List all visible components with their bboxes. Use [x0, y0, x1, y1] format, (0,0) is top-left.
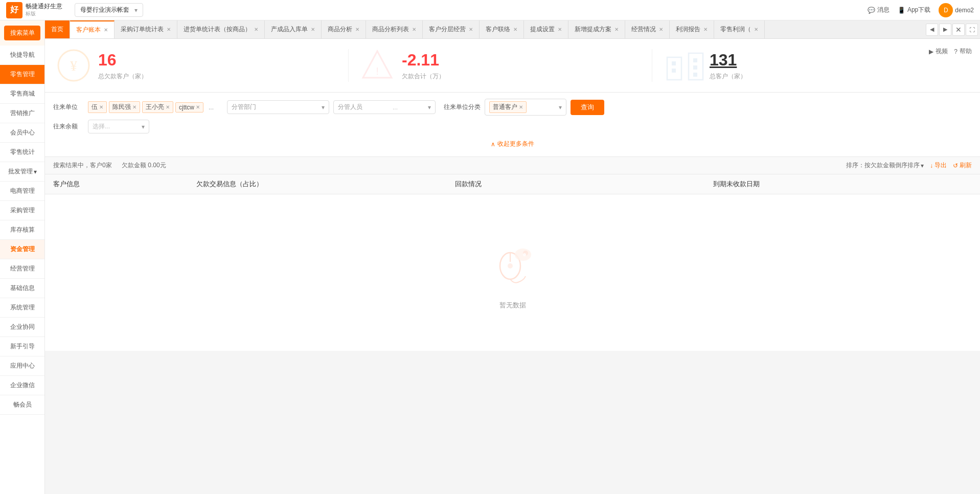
unit-tag-2[interactable]: 陈民强 ✕ — [109, 101, 140, 113]
top-bar-left: 好 畅捷通好生意 标版 母婴行业演示帐套 ▾ — [6, 2, 143, 18]
org-selector[interactable]: 母婴行业演示帐套 ▾ — [75, 3, 143, 17]
tab-close-customers[interactable]: ✕ — [104, 27, 108, 33]
category-select[interactable]: 普通客户 ✕ ▾ — [485, 99, 566, 116]
tab-scroll-left[interactable]: ◀ — [926, 24, 938, 36]
person-dots[interactable]: ... — [393, 104, 398, 111]
tab-close-production[interactable]: ✕ — [311, 27, 315, 32]
stat-help: ▶ 视频 ? 帮助 — [929, 47, 972, 56]
promo-settings-tab-label: 提成设置 — [530, 25, 555, 34]
sidebar-item-retail-stats[interactable]: 零售统计 — [0, 143, 44, 162]
sidebar-item-member[interactable]: 会员中心 — [0, 123, 44, 143]
new-promo-tab-label: 新增提成方案 — [575, 25, 611, 34]
category-tag[interactable]: 普通客户 ✕ — [489, 101, 527, 113]
tab-close-biz[interactable]: ✕ — [659, 27, 663, 32]
filter-row-1: 往来单位 伍 ✕ 陈民强 ✕ 王小亮 ✕ — [53, 99, 972, 116]
collapse-icon: ∧ — [491, 141, 495, 148]
dept-select[interactable]: 分管部门 ▾ — [227, 100, 329, 114]
user-menu[interactable]: D demo2 — [939, 3, 974, 17]
unit-tag-4-close[interactable]: ✕ — [196, 104, 200, 110]
unit-tag-2-close[interactable]: ✕ — [132, 104, 136, 110]
tab-biz-situation[interactable]: 经营情况 ✕ — [625, 20, 670, 39]
dept-dropdown-icon: ▾ — [322, 104, 325, 111]
tab-close-new-promo[interactable]: ✕ — [614, 27, 619, 32]
sidebar-item-vip[interactable]: 畅会员 — [0, 395, 44, 415]
tab-home[interactable]: 首页 — [45, 20, 70, 39]
customer-ops-tab-label: 客户分层经营 — [429, 25, 466, 34]
tab-profit-report[interactable]: 利润报告 ✕ — [670, 20, 714, 39]
stat-label-debt-amount: 欠款合计（万） — [402, 72, 445, 81]
unit-tag-3[interactable]: 王小亮 ✕ — [142, 101, 173, 113]
sidebar-item-retail[interactable]: 零售管理 — [0, 65, 44, 84]
sort-btn[interactable]: 排序：按欠款金额倒序排序 ▾ — [846, 161, 924, 170]
col-due-date: 到期未收款日期 — [713, 179, 972, 189]
tab-promo-settings[interactable]: 提成设置 ✕ — [524, 20, 568, 39]
tab-customers[interactable]: 客户账本 ✕ — [70, 20, 115, 39]
sidebar-item-basic-info[interactable]: 基础信息 — [0, 279, 44, 298]
search-btn[interactable]: 查询 — [571, 100, 604, 115]
tab-close-customer-ops[interactable]: ✕ — [469, 27, 473, 32]
tab-purchase-orders[interactable]: 采购订单统计表 ✕ — [115, 20, 177, 39]
stat-icon-neg: ! — [361, 49, 394, 82]
tab-product-analysis[interactable]: 商品分析 ✕ — [322, 20, 366, 39]
sidebar-item-finance[interactable]: 资金管理 — [0, 240, 44, 259]
sidebar-item-ecommerce[interactable]: 电商管理 — [0, 182, 44, 201]
tab-production[interactable]: 产成品入库单 ✕ — [265, 20, 322, 39]
search-menu-btn[interactable]: 搜索菜单 — [4, 26, 40, 40]
tab-close-purchase[interactable]: ✕ — [167, 27, 171, 32]
tab-close-instock[interactable]: ✕ — [254, 27, 258, 32]
person-select[interactable]: 分管人员 ... ▾ — [333, 100, 436, 114]
svg-point-13 — [508, 263, 513, 268]
tab-fullscreen[interactable]: ⛶ — [966, 24, 978, 36]
sidebar-item-new-guide[interactable]: 新手引导 — [0, 337, 44, 356]
unit-tags-more[interactable]: ... — [206, 103, 217, 112]
sidebar-item-inventory[interactable]: 库存核算 — [0, 220, 44, 240]
tab-new-promo[interactable]: 新增提成方案 ✕ — [568, 20, 625, 39]
tab-retail-profit[interactable]: 零售利润（ ✕ — [714, 20, 765, 39]
sidebar-item-app-center[interactable]: 应用中心 — [0, 356, 44, 376]
tab-close-retail-profit[interactable]: ✕ — [754, 27, 758, 32]
tab-close-product-analysis[interactable]: ✕ — [355, 27, 359, 32]
unit-tag-4-label: cjttcw — [179, 104, 194, 111]
tab-customer-ops[interactable]: 客户分层经营 ✕ — [423, 20, 480, 39]
collapse-btn[interactable]: ∧ 收起更多条件 — [491, 138, 534, 150]
tab-customer-contact[interactable]: 客户联络 ✕ — [480, 20, 524, 39]
unit-tag-3-close[interactable]: ✕ — [166, 104, 170, 110]
category-tag-close[interactable]: ✕ — [519, 104, 523, 110]
sidebar-item-ops[interactable]: 经营管理 — [0, 259, 44, 279]
balance-select[interactable]: 选择... ▾ — [88, 120, 149, 133]
app-download-btn[interactable]: 📱 App下载 — [898, 6, 930, 14]
sidebar-item-purchase[interactable]: 采购管理 — [0, 201, 44, 220]
sidebar-item-quick-nav[interactable]: 快捷导航 — [0, 46, 44, 65]
unit-tag-1-close[interactable]: ✕ — [99, 104, 103, 110]
tab-instock-stats[interactable]: 进货单统计表（按商品） ✕ — [177, 20, 265, 39]
sidebar-item-enterprise[interactable]: 企业协同 — [0, 318, 44, 337]
sidebar-search-area[interactable]: 搜索菜单 — [0, 20, 44, 46]
tab-close-promo-settings[interactable]: ✕ — [558, 27, 562, 32]
tab-scroll-right[interactable]: ▶ — [939, 24, 951, 36]
sidebar-item-retail-mall[interactable]: 零售商城 — [0, 84, 44, 104]
stat-value-debt-customers: 16 — [98, 50, 147, 70]
tab-close-contact[interactable]: ✕ — [513, 27, 517, 32]
avatar: D — [939, 3, 953, 17]
tab-close-product-list[interactable]: ✕ — [412, 27, 416, 32]
export-btn[interactable]: ↓ 导出 — [930, 161, 947, 170]
refresh-btn[interactable]: ↺ 刷新 — [953, 161, 972, 170]
stat-card-total-customers: 131 总客户（家） — [665, 49, 955, 82]
help-btn[interactable]: ? 帮助 — [954, 47, 972, 56]
message-btn[interactable]: 💬 消息 — [868, 6, 890, 14]
collapse-row: ∧ 收起更多条件 — [53, 138, 972, 150]
logo-text: 畅捷通好生意 — [26, 3, 62, 11]
sidebar-item-batch[interactable]: 批发管理 ▾ — [0, 162, 44, 182]
sidebar-item-wechat[interactable]: 企业微信 — [0, 376, 44, 395]
tab-close-all[interactable]: ✕ — [952, 24, 965, 36]
sidebar-item-system[interactable]: 系统管理 — [0, 298, 44, 318]
category-tag-label: 普通客户 — [493, 103, 517, 111]
video-label: 视频 — [936, 47, 948, 56]
tab-close-profit[interactable]: ✕ — [703, 27, 708, 32]
video-help-btn[interactable]: ▶ 视频 — [929, 47, 948, 56]
unit-tag-4[interactable]: cjttcw ✕ — [175, 102, 203, 113]
sidebar-item-marketing[interactable]: 营销推广 — [0, 104, 44, 123]
unit-tag-1[interactable]: 伍 ✕ — [88, 101, 107, 113]
stat-value-total-customers: 131 — [710, 50, 746, 70]
tab-product-analysis-list[interactable]: 商品分析列表 ✕ — [366, 20, 423, 39]
